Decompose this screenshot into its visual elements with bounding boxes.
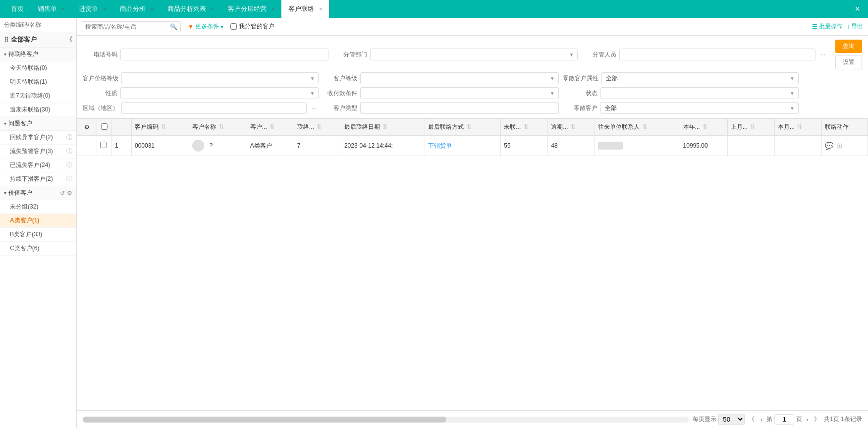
problem-customers-label: 问题客户 bbox=[8, 119, 32, 128]
nav-product-analysis[interactable]: 商品分析 × bbox=[113, 0, 161, 18]
col-settings[interactable]: ⚙ bbox=[77, 119, 97, 136]
col-this-month[interactable]: 本月... ⇅ bbox=[774, 119, 821, 136]
sidebar-item-a-class[interactable]: A类客户(1) bbox=[0, 214, 76, 228]
sidebar-item-ungroup[interactable]: 未分组(32) bbox=[0, 200, 76, 214]
value-customers-group[interactable]: ▾ 价值客户 ↺ ⚙ bbox=[0, 186, 76, 200]
settings-icon-value[interactable]: ⚙ bbox=[67, 190, 72, 197]
sidebar-collapse-btn[interactable]: 《 bbox=[66, 35, 72, 44]
col-company-contact[interactable]: 往来单位联系人 ⇅ bbox=[595, 119, 680, 136]
col-last-month[interactable]: 上月... ⇅ bbox=[727, 119, 774, 136]
filter-department-select[interactable] bbox=[370, 49, 578, 60]
filter-status-wrapper bbox=[600, 87, 799, 99]
col-type[interactable]: 客户... ⇅ bbox=[247, 119, 294, 136]
col-contact[interactable]: 联络... ⇅ bbox=[294, 119, 341, 136]
col-last-method[interactable]: 最后联络方式 ⇅ bbox=[425, 119, 501, 136]
my-customers-checkbox[interactable] bbox=[230, 23, 237, 30]
row-code: 000031 bbox=[132, 136, 189, 156]
prev-page-btn[interactable]: ‹ bbox=[759, 415, 764, 424]
filter-phone-input[interactable] bbox=[120, 49, 328, 60]
row-name[interactable]: ？ bbox=[189, 136, 247, 156]
close-sales-tab[interactable]: × bbox=[62, 6, 65, 12]
col-code[interactable]: 客户编码 ⇅ bbox=[132, 119, 189, 136]
refresh-icon[interactable]: ↺ bbox=[60, 190, 65, 197]
sort-icon-last-date: ⇅ bbox=[382, 123, 387, 130]
sort-icon-uncontacted: ⇅ bbox=[524, 123, 529, 130]
pending-contact-group[interactable]: ▾ 待联络客户 bbox=[0, 48, 76, 61]
row-last-method[interactable]: 下销货单 bbox=[425, 136, 501, 156]
col-overdue[interactable]: 逾期... ⇅ bbox=[548, 119, 595, 136]
settings-btn[interactable]: 设置 bbox=[835, 55, 862, 69]
close-customer-stratification-tab[interactable]: × bbox=[271, 6, 274, 12]
filter-payment-select[interactable] bbox=[360, 87, 558, 99]
col-last-date[interactable]: 最后联络日期 ⇅ bbox=[341, 119, 425, 136]
nav-customer-stratification[interactable]: 客户分层经营 × bbox=[221, 0, 281, 18]
batch-action-btn[interactable]: ☰ 批量操作 bbox=[812, 22, 843, 31]
nav-product-analysis-list[interactable]: 商品分析列表 × bbox=[161, 0, 221, 18]
filter-manager-dots[interactable]: ··· bbox=[818, 51, 827, 58]
filter-retail-attr-select[interactable]: 全部 bbox=[601, 72, 799, 84]
horizontal-scrollbar[interactable] bbox=[83, 417, 689, 423]
col-no bbox=[112, 119, 132, 136]
close-product-analysis-list-tab[interactable]: × bbox=[211, 6, 214, 12]
nav-customer-contact[interactable]: 客户联络 × bbox=[281, 0, 329, 18]
sidebar-item-tomorrow[interactable]: 明天待联络(1) bbox=[0, 75, 76, 89]
sidebar-item-b-class[interactable]: B类客户(33) bbox=[0, 228, 76, 242]
close-customer-contact-tab[interactable]: × bbox=[319, 6, 322, 12]
col-name[interactable]: 客户名称 ⇅ bbox=[189, 119, 247, 136]
per-page-select[interactable]: 50 100 bbox=[718, 414, 745, 425]
toolbar-search-input[interactable] bbox=[85, 23, 170, 30]
action-icons-container: 💬 ⊞ bbox=[825, 142, 865, 150]
info-icon-declining: ⓘ bbox=[66, 175, 72, 183]
filter-price-level-select[interactable] bbox=[121, 72, 319, 84]
col-uncontacted[interactable]: 未联... ⇅ bbox=[501, 119, 548, 136]
select-all-checkbox[interactable] bbox=[101, 123, 108, 130]
query-btn[interactable]: 查询 bbox=[835, 40, 862, 53]
sidebar-item-c-class[interactable]: C类客户(6) bbox=[0, 242, 76, 256]
filter-status-select[interactable] bbox=[600, 87, 799, 99]
sidebar-item-churn-warning[interactable]: 流失预警客户(3) ⓘ bbox=[0, 145, 76, 159]
more-filters-btn[interactable]: ▼ 更多条件 ▾ bbox=[185, 21, 226, 32]
all-customers-label: 全部客户 bbox=[11, 35, 37, 44]
filter-region-dots[interactable]: ··· bbox=[310, 105, 319, 111]
nav-sales[interactable]: 销售单 × bbox=[31, 0, 72, 18]
filter-region-input[interactable] bbox=[121, 102, 307, 114]
content-area: 🔍 ▼ 更多条件 ▾ 我分管的客户 ☰ 批量操作 ↑ 导出 bbox=[77, 18, 868, 428]
filter-customer-level-select[interactable] bbox=[360, 72, 558, 84]
row-checkbox[interactable] bbox=[100, 142, 107, 148]
page-input[interactable] bbox=[774, 414, 794, 425]
sidebar-item-repurchase-abnormal[interactable]: 回购异常客户(2) ⓘ bbox=[0, 131, 76, 145]
problem-customers-group[interactable]: ▾ 问题客户 bbox=[0, 117, 76, 131]
filter-label: 更多条件 bbox=[195, 22, 219, 31]
close-product-analysis-tab[interactable]: × bbox=[151, 6, 154, 12]
last-page-btn[interactable]: 》 bbox=[812, 414, 822, 425]
filter-department-label: 分管部门 bbox=[332, 51, 367, 59]
sidebar-item-churned[interactable]: 已流失客户(24) ⓘ bbox=[0, 159, 76, 172]
message-icon[interactable]: 💬 bbox=[825, 142, 833, 150]
close-all-tabs[interactable]: × bbox=[851, 4, 864, 14]
toolbar-search-icon[interactable]: 🔍 bbox=[170, 23, 177, 30]
filter-status: 状态 bbox=[563, 87, 799, 99]
sidebar-item-overdue[interactable]: 逾期未联络(30) bbox=[0, 103, 76, 117]
filter-manager-input[interactable] bbox=[619, 49, 815, 60]
col-this-year[interactable]: 本年... ⇅ bbox=[680, 119, 727, 136]
nav-purchase[interactable]: 进货单 × bbox=[72, 0, 113, 18]
sidebar-all-customers-header[interactable]: ⠿ 全部客户 《 bbox=[0, 32, 76, 48]
page-total-label: 页 bbox=[796, 415, 802, 424]
sidebar-search-input[interactable] bbox=[4, 21, 77, 28]
filter-retail-customer-select[interactable]: 全部 bbox=[600, 102, 799, 114]
record-count-label: 共1页 1条记录 bbox=[824, 415, 862, 424]
qr-icon[interactable]: ⊞ bbox=[836, 142, 842, 150]
sidebar-item-week[interactable]: 近7天待联络(0) bbox=[0, 89, 76, 103]
filter-customer-type-input[interactable] bbox=[360, 102, 558, 114]
filter-nature-select[interactable] bbox=[120, 87, 319, 99]
sort-icon-overdue: ⇅ bbox=[571, 123, 576, 130]
first-page-btn[interactable]: 《 bbox=[747, 414, 757, 425]
sidebar-item-declining[interactable]: 持续下滑客户(2) ⓘ bbox=[0, 172, 76, 186]
sort-icon-this-year: ⇅ bbox=[703, 123, 707, 130]
close-purchase-tab[interactable]: × bbox=[103, 6, 106, 12]
sidebar-item-today[interactable]: 今天待联络(0) bbox=[0, 61, 76, 75]
next-page-btn[interactable]: › bbox=[804, 415, 810, 424]
my-customers-checkbox-container[interactable]: 我分管的客户 bbox=[230, 22, 274, 31]
export-btn[interactable]: ↑ 导出 bbox=[847, 22, 863, 31]
nav-home[interactable]: 首页 bbox=[4, 0, 31, 18]
